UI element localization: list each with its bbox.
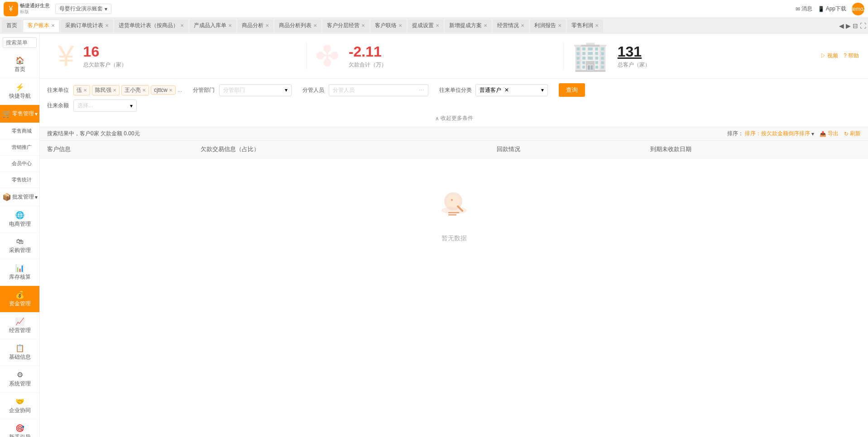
tab-customer-tier-close[interactable]: ✕ [361,23,365,28]
sidebar-item-retail-stat[interactable]: 零售统计 [0,172,39,188]
logo-title: 畅捷通好生意 [20,3,50,9]
collapse-btn[interactable]: ∧ 收起更多条件 [435,114,473,122]
video-label: 视频 [827,52,838,59]
tab-inbound-stats[interactable]: 进货单统计表（按商品） ✕ [114,19,188,32]
filter-tag-wu[interactable]: 伍 ✕ [73,85,90,95]
tab-product-analysis[interactable]: 商品分析 ✕ [237,19,273,32]
tab-product-analysis-list[interactable]: 商品分析列表 ✕ [274,19,321,32]
sidebar-item-enterprise-label: 企业协同 [9,407,31,414]
help-btn[interactable]: ? 帮助 [844,52,859,60]
refresh-btn[interactable]: ↻ 刷新 [844,130,861,138]
tabs-next-icon[interactable]: ▶ [846,22,851,29]
stat-total-owed-customers: ¥ 16 总欠款客户（家） [49,39,306,73]
filter-tag-wu-close[interactable]: ✕ [83,88,87,93]
sidebar-item-operation[interactable]: 📈 经营管理 [0,313,39,339]
chevron-down-icon: ▾ [105,6,107,12]
tab-home[interactable]: 首页 [2,19,22,32]
tab-operation[interactable]: 经营情况 ✕ [493,19,529,32]
tab-product-analysis-list-close[interactable]: ✕ [313,23,317,28]
video-btn[interactable]: ▷ 视频 [820,52,838,60]
sidebar-item-ecommerce[interactable]: 🌐 电商管理 [0,206,39,233]
sidebar-item-newbie[interactable]: 🎯 新手引导 [0,419,39,437]
tab-inbound-stats-close[interactable]: ✕ [180,23,184,28]
filter-row-2: 往来余额 选择... ▾ [47,100,861,112]
tab-product-analysis-close[interactable]: ✕ [265,23,269,28]
tab-customer-ledger-close[interactable]: ✕ [51,23,55,28]
tab-profit-report[interactable]: 利润报告 ✕ [530,19,566,32]
tabs-bar: 首页 客户账本 ✕ 采购订单统计表 ✕ 进货单统计表（按商品） ✕ 产成品入库单… [0,18,868,33]
tab-customer-contact-close[interactable]: ✕ [398,23,402,28]
tab-customer-tier[interactable]: 客户分层经营 ✕ [322,19,369,32]
sidebar-item-marketing[interactable]: 营销推广 [0,139,39,156]
sidebar-item-enterprise[interactable]: 🤝 企业协同 [0,393,39,419]
results-bar: 搜索结果中，客户0家 欠款金额 0.00元 排序： 排序：按欠款金额倒序排序 ▾… [40,127,868,141]
sidebar-item-wholesale[interactable]: 📦 批发管理 ▾ [0,188,39,206]
sidebar-item-member[interactable]: 会员中心 [0,156,39,172]
tabs-navigation: ◀ ▶ ⊟ ⛶ [839,22,866,29]
tab-product-inbound-close[interactable]: ✕ [228,23,232,28]
stat-actions: ▷ 视频 ? 帮助 [820,52,859,60]
sidebar-item-finance[interactable]: 💰 资金管理 [0,286,39,313]
sidebar-item-quick[interactable]: ⚡ 快捷导航 [0,78,39,105]
tab-customer-contact-label: 客户联络 [375,22,397,29]
classify-tag-close[interactable]: ✕ [504,87,509,93]
account-dropdown[interactable]: 母婴行业演示账套 ▾ [55,4,111,14]
sidebar-item-system[interactable]: ⚙ 系统管理 [0,366,39,393]
filter-tag-cjttcw[interactable]: cjttcw ✕ [151,86,176,95]
tab-operation-close[interactable]: ✕ [521,23,524,28]
user-avatar[interactable]: demo2 [852,3,864,15]
tab-retail-profit-close[interactable]: ✕ [595,23,599,28]
tab-product-inbound[interactable]: 产成品入库单 ✕ [189,19,236,32]
filter-tag-chen-close[interactable]: ✕ [113,88,116,93]
tab-purchase-stats[interactable]: 采购订单统计表 ✕ [61,19,113,32]
tab-customer-ledger[interactable]: 客户账本 ✕ [23,19,60,32]
filter-tag-wang[interactable]: 王小亮 ✕ [121,85,149,95]
data-table: 客户信息 欠款交易信息（占比） 回款情况 到期未收款日期 [40,141,868,158]
tab-customer-contact[interactable]: 客户联络 ✕ [370,19,407,32]
sort-select[interactable]: 排序： 排序：按欠款金额倒序排序 ▾ [727,130,814,138]
sidebar-item-retail[interactable]: 🛒 零售管理 ▾ [0,105,39,123]
filter-tag-cjttcw-close[interactable]: ✕ [169,88,173,93]
manager-input[interactable]: 分管人员 ⋯ [329,84,428,96]
export-btn[interactable]: 📤 导出 [820,130,839,138]
filter-tag-wang-close[interactable]: ✕ [142,88,146,93]
refresh-label: 刷新 [850,130,861,138]
tab-customer-tier-label: 客户分层经营 [327,22,360,29]
tab-retail-profit[interactable]: 零售利润 ✕ [567,19,603,32]
search-button[interactable]: 查询 [559,83,585,97]
tabs-expand-icon[interactable]: ⛶ [860,22,866,29]
search-input[interactable] [3,37,37,48]
tab-add-commission-close[interactable]: ✕ [484,23,487,28]
sidebar-item-purchase[interactable]: 🛍 采购管理 [0,233,39,259]
tab-retail-profit-label: 零售利润 [571,22,593,29]
tabs-menu-icon[interactable]: ⊟ [853,22,858,29]
filter-tag-chen[interactable]: 陈民强 ✕ [92,85,120,95]
chevron-down-classify-icon: ▾ [541,87,544,93]
tab-profit-report-close[interactable]: ✕ [558,23,561,28]
logo-sub: 标版 [20,9,50,15]
dept-select[interactable]: 分管部门 ▾ [219,84,292,96]
more-tags-btn[interactable]: ... [177,87,182,93]
balance-select-value: 选择... [77,102,93,109]
sidebar-item-retail-mall-label: 零售商城 [12,128,32,134]
stat-total-customers-bg-icon: 🏢 [572,39,609,73]
sidebar-item-system-label: 系统管理 [9,380,31,388]
tab-product-inbound-label: 产成品入库单 [194,22,226,29]
tab-add-commission[interactable]: 新增提成方案 ✕ [445,19,492,32]
tabs-prev-icon[interactable]: ◀ [839,22,844,29]
stat-total-customers: 🏢 131 总客户（家） [563,39,820,73]
tab-product-analysis-list-label: 商品分析列表 [279,22,312,29]
sidebar-item-home[interactable]: 🏠 首页 [0,52,39,78]
tab-purchase-stats-close[interactable]: ✕ [105,23,109,28]
app-download-btn[interactable]: 📱 App下载 [818,5,846,13]
sidebar-item-member-label: 会员中心 [12,160,32,167]
sidebar-item-retail-mall[interactable]: 零售商城 [0,123,39,139]
tab-commission-settings-close[interactable]: ✕ [436,23,439,28]
classify-select[interactable]: 普通客户 ✕ ▾ [475,84,548,96]
sidebar-item-basic[interactable]: 📋 基础信息 [0,339,39,366]
balance-select[interactable]: 选择... ▾ [73,100,137,112]
sidebar-item-inventory[interactable]: 📊 库存核算 [0,259,39,286]
tab-commission-settings[interactable]: 提成设置 ✕ [408,19,444,32]
stat-total-customers-value: 131 [618,43,650,60]
message-btn[interactable]: ✉ 消息 [796,5,812,13]
